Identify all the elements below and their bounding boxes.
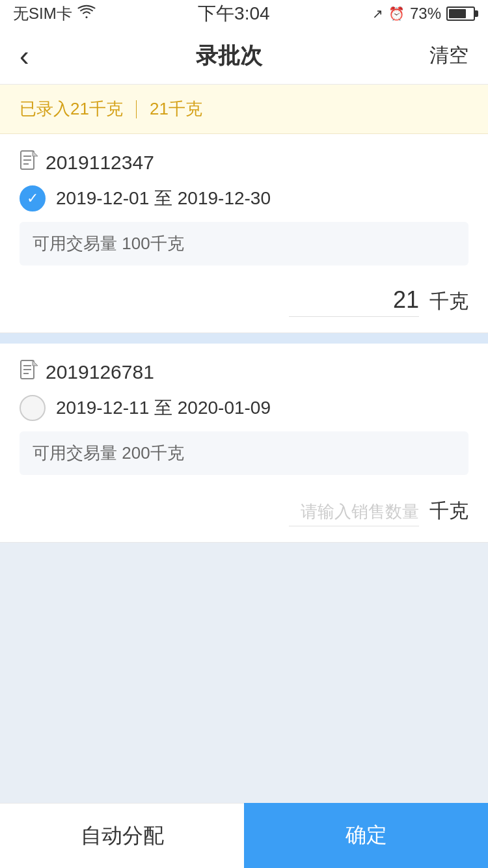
- status-time: 下午3:04: [198, 1, 270, 26]
- battery-percent: 73%: [410, 5, 441, 23]
- batch-header-2: 2019126781: [0, 344, 488, 390]
- radio-button-2[interactable]: [20, 395, 46, 421]
- back-button[interactable]: ‹: [20, 40, 29, 72]
- quantity-input-1[interactable]: [289, 286, 419, 314]
- batch-date-row-2[interactable]: 2019-12-11 至 2020-01-09: [0, 390, 488, 426]
- quantity-row-2: 千克: [0, 485, 488, 543]
- quantity-unit-1: 千克: [429, 288, 468, 315]
- batch-id-1: 2019112347: [46, 152, 154, 174]
- quantity-input-container-2: [289, 496, 419, 526]
- status-left: 无SIM卡: [13, 3, 96, 24]
- batch-available-2: 可用交易量 200千克: [20, 431, 468, 475]
- status-bar: 无SIM卡 下午3:04 ↗ ⏰ 73%: [0, 0, 488, 27]
- carrier-label: 无SIM卡: [13, 3, 72, 24]
- location-icon: ↗: [372, 6, 383, 21]
- batch-date-2: 2019-12-11 至 2020-01-09: [56, 396, 271, 420]
- alarm-icon: ⏰: [388, 6, 405, 21]
- batch-date-row-1[interactable]: ✓ 2019-12-01 至 2019-12-30: [0, 180, 488, 217]
- nav-bar: ‹ 录批次 清空: [0, 27, 488, 85]
- status-right: ↗ ⏰ 73%: [372, 5, 475, 23]
- summary-bar: 已录入21千克 21千克: [0, 85, 488, 134]
- quantity-unit-2: 千克: [429, 498, 468, 524]
- quantity-input-2[interactable]: [289, 496, 419, 523]
- section-divider: [0, 333, 488, 344]
- clear-button[interactable]: 清空: [429, 42, 468, 69]
- confirm-button[interactable]: 确定: [244, 803, 488, 868]
- batch-card-2: 2019126781 2019-12-11 至 2020-01-09 可用交易量…: [0, 344, 488, 543]
- summary-divider: [136, 100, 137, 118]
- summary-amount: 21千克: [150, 98, 202, 120]
- batch-id-2: 2019126781: [46, 361, 154, 383]
- quantity-input-container-1: [289, 286, 419, 317]
- check-icon-1: ✓: [27, 190, 38, 207]
- batch-id-icon-1: [20, 150, 39, 175]
- battery-icon: [446, 7, 475, 21]
- radio-button-1[interactable]: ✓: [20, 185, 46, 211]
- bottom-bar: 自动分配 确定: [0, 803, 488, 868]
- batch-id-icon-2: [20, 359, 39, 385]
- batch-card-1: 2019112347 ✓ 2019-12-01 至 2019-12-30 可用交…: [0, 134, 488, 333]
- wifi-icon: [77, 5, 96, 23]
- entered-label: 已录入21千克: [20, 98, 123, 120]
- batch-available-1: 可用交易量 100千克: [20, 222, 468, 265]
- batch-header-1: 2019112347: [0, 134, 488, 180]
- auto-distribute-button[interactable]: 自动分配: [0, 803, 244, 868]
- empty-area: [0, 543, 488, 816]
- page-title: 录批次: [196, 41, 262, 71]
- quantity-row-1: 千克: [0, 276, 488, 333]
- batch-date-1: 2019-12-01 至 2019-12-30: [56, 186, 271, 211]
